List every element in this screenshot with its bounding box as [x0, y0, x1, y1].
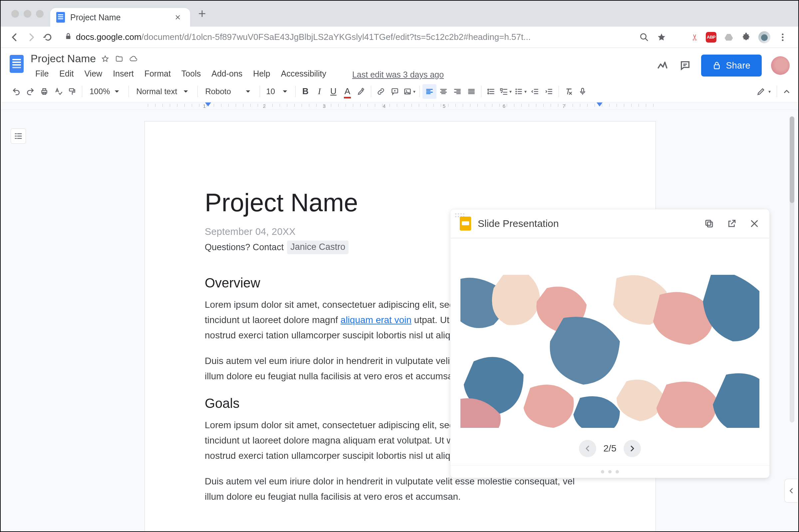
- voice-typing-button[interactable]: [576, 84, 590, 99]
- insert-comment-button[interactable]: [388, 84, 402, 99]
- font-size-select[interactable]: 10: [263, 84, 293, 99]
- insert-image-button[interactable]: ▾: [402, 84, 417, 99]
- window-traffic-lights: [5, 10, 48, 18]
- line-spacing-button[interactable]: [484, 84, 498, 99]
- svg-point-4: [782, 39, 784, 41]
- close-panel-button[interactable]: [749, 218, 760, 229]
- account-avatar-icon[interactable]: [771, 56, 790, 75]
- align-justify-button[interactable]: [464, 84, 478, 99]
- menu-help[interactable]: Help: [248, 67, 275, 80]
- decrease-indent-button[interactable]: [528, 84, 542, 99]
- insert-link-button[interactable]: [374, 84, 388, 99]
- scroll-thumb[interactable]: [790, 116, 794, 203]
- svg-point-15: [516, 91, 517, 92]
- menu-format[interactable]: Format: [140, 67, 175, 80]
- reload-button[interactable]: [41, 31, 55, 44]
- svg-rect-17: [582, 88, 584, 92]
- contact-chip[interactable]: Janice Castro: [287, 241, 349, 254]
- window-minimize-icon[interactable]: [24, 10, 31, 18]
- highlight-button[interactable]: [354, 84, 368, 99]
- docs-logo-icon[interactable]: [7, 54, 26, 74]
- menu-view[interactable]: View: [79, 67, 107, 80]
- slides-logo-icon: [460, 216, 471, 231]
- docs-favicon-icon: [56, 12, 65, 23]
- side-panel-toggle[interactable]: [784, 479, 798, 503]
- kebab-menu-icon[interactable]: [778, 32, 788, 42]
- profile-avatar-icon[interactable]: [758, 31, 770, 43]
- underline-button[interactable]: U: [326, 84, 340, 99]
- align-right-button[interactable]: [450, 84, 464, 99]
- adblock-ext-icon[interactable]: ABP: [706, 32, 717, 43]
- slide-thumbnail[interactable]: [460, 275, 759, 428]
- menu-add-ons[interactable]: Add-ons: [207, 67, 247, 80]
- prev-slide-button[interactable]: [579, 440, 596, 457]
- copy-icon[interactable]: [704, 218, 715, 229]
- collapse-toolbar-button[interactable]: [780, 84, 794, 98]
- back-button[interactable]: [8, 31, 21, 44]
- clipboard-ext-icon[interactable]: ✂: [690, 34, 700, 41]
- align-center-button[interactable]: [436, 84, 450, 99]
- panel-footer: [450, 465, 769, 478]
- align-left-button[interactable]: [423, 84, 436, 99]
- toolbar: 100% Normal text Roboto 10 B I U A ▾ ▾ ▾…: [1, 80, 798, 102]
- document-title[interactable]: Project Name: [31, 53, 96, 65]
- lock-icon: [64, 33, 72, 42]
- open-external-icon[interactable]: [726, 218, 738, 229]
- tab-close-button[interactable]: [173, 13, 182, 22]
- style-select[interactable]: Normal text: [131, 84, 195, 99]
- star-icon[interactable]: [100, 54, 110, 63]
- menu-insert[interactable]: Insert: [108, 67, 138, 80]
- drive-ext-icon[interactable]: [724, 32, 734, 42]
- bookmark-star-icon[interactable]: [656, 32, 667, 42]
- window-close-icon[interactable]: [11, 10, 19, 18]
- move-folder-icon[interactable]: [114, 54, 124, 63]
- clear-formatting-button[interactable]: [562, 84, 576, 99]
- browser-right-icons: ✂ ABP: [639, 31, 791, 43]
- ruler-number: 5: [443, 103, 445, 109]
- editing-mode-button[interactable]: ▾: [753, 87, 774, 96]
- checklist-button[interactable]: ▾: [498, 84, 513, 99]
- zoom-select[interactable]: 100%: [85, 84, 126, 99]
- font-select[interactable]: Roboto: [200, 84, 257, 99]
- last-edit-link[interactable]: Last edit was 3 days ago: [352, 68, 444, 79]
- menu-edit[interactable]: Edit: [55, 67, 78, 80]
- next-slide-button[interactable]: [624, 440, 641, 457]
- bold-button[interactable]: B: [298, 84, 312, 99]
- share-label: Share: [726, 60, 750, 71]
- extensions-icon[interactable]: [741, 32, 751, 42]
- increase-indent-button[interactable]: [542, 84, 556, 99]
- svg-rect-7: [43, 89, 46, 90]
- redo-button[interactable]: [23, 84, 37, 99]
- svg-rect-18: [707, 222, 712, 227]
- zoom-icon[interactable]: [639, 32, 649, 42]
- text-color-button[interactable]: A: [340, 84, 354, 99]
- forward-button[interactable]: [25, 31, 38, 44]
- indent-marker-left[interactable]: [205, 102, 211, 107]
- docs-titlebar: Project Name FileEditViewInsertFormatToo…: [1, 48, 798, 80]
- activity-icon[interactable]: [656, 59, 669, 72]
- url-text: docs.google.com/document/d/1olcn-5f897wu…: [76, 32, 531, 42]
- spellcheck-button[interactable]: [51, 84, 65, 99]
- undo-button[interactable]: [9, 84, 23, 99]
- share-button[interactable]: Share: [701, 55, 762, 77]
- italic-button[interactable]: I: [312, 84, 326, 99]
- bulleted-list-button[interactable]: ▾: [513, 84, 528, 99]
- menu-accessibility[interactable]: Accessibility: [276, 67, 331, 80]
- indent-marker-right[interactable]: [597, 102, 602, 107]
- slide-pager: 2/5: [450, 434, 769, 465]
- browser-tab[interactable]: Project Name: [50, 8, 190, 26]
- address-field[interactable]: docs.google.com/document/d/1olcn-5f897wu…: [58, 32, 636, 42]
- new-tab-button[interactable]: [195, 6, 209, 21]
- outline-toggle-button[interactable]: [11, 129, 26, 144]
- menu-file[interactable]: File: [31, 67, 53, 80]
- comments-icon[interactable]: [679, 59, 692, 72]
- scrollbar[interactable]: [790, 116, 794, 422]
- window-zoom-icon[interactable]: [36, 10, 43, 18]
- paint-format-button[interactable]: [65, 84, 79, 99]
- menu-tools[interactable]: Tools: [177, 67, 205, 80]
- overview-link[interactable]: aliquam erat voin: [340, 315, 411, 325]
- contact-prefix: Questions? Contact: [205, 242, 284, 252]
- goals-paragraph-2: Duis autem vel eum iriure dolor in hendr…: [205, 474, 596, 505]
- print-button[interactable]: [37, 84, 51, 99]
- cloud-status-icon[interactable]: [129, 54, 138, 63]
